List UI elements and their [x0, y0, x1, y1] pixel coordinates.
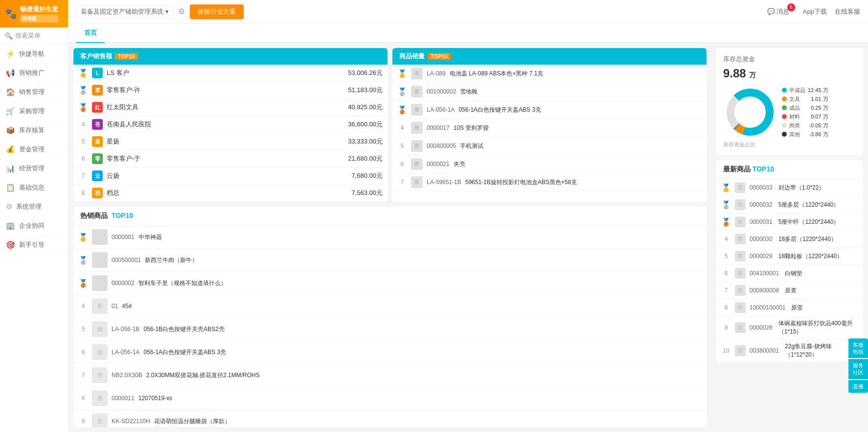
sidebar-label-9: 企业协同: [19, 221, 45, 230]
online-service-link[interactable]: 在线客服: [835, 7, 860, 16]
hot-name: 新西兰牛肉（新牛）: [145, 256, 702, 264]
legend-item: 文具 1.01 万: [782, 96, 828, 103]
customer-amount: 33,333.00元: [348, 137, 383, 146]
rank-num: 4: [721, 236, 731, 242]
sidebar-item-2[interactable]: 🏠销售管理: [0, 83, 68, 102]
table-row: 🥈 图 001000002 雪地靴: [392, 83, 707, 101]
name-badge: 红: [92, 102, 103, 113]
product-img: 图: [735, 251, 746, 262]
name-badge: 零: [92, 85, 103, 96]
new-code: 003800001: [750, 347, 779, 354]
inventory-sub-label: 库存资金占比: [723, 141, 856, 148]
sidebar-search[interactable]: 🔍 搜索菜单: [0, 27, 68, 45]
product-img: 图: [735, 302, 746, 313]
sidebar-icon-8: ⚙: [6, 202, 12, 211]
sidebar-item-6[interactable]: 📊经营管理: [0, 159, 68, 178]
app-download-link[interactable]: App下载: [803, 7, 827, 16]
name-badge: 星: [92, 136, 103, 147]
table-row: 8 档 档总 7,563.00元: [73, 185, 388, 202]
product-img: 图: [411, 176, 423, 188]
product-img: 图: [411, 158, 423, 170]
legend-dot: [782, 114, 787, 119]
new-name: 封边带（1.0*22）: [778, 184, 858, 192]
system-selector[interactable]: 装备及固定资产辅助管理系统 ▾: [76, 5, 173, 19]
name-badge: 零: [92, 153, 103, 164]
legend-item: 成品 0.25 万: [782, 104, 828, 112]
new-code: 0000028: [750, 324, 773, 331]
sidebar-item-9[interactable]: 🏢企业协同: [0, 216, 68, 236]
trial-button[interactable]: 体验行业方案: [190, 4, 244, 19]
product-panel: 商品销量TOP10 🥇 图 LA-089 电池盖 LA-089 ABS本色+黑种…: [392, 48, 707, 202]
product-thumbnail: [92, 275, 108, 291]
hot-products-title: 热销商品 TOP10: [80, 212, 133, 219]
medal-icon: 🥉: [78, 279, 88, 288]
message-icon-area[interactable]: 💬 消息 6: [767, 7, 795, 16]
new-name: 22g鱼豆腐-烧烤味（1*12*20）: [785, 342, 858, 359]
sidebar-item-4[interactable]: 📦库存核算: [0, 121, 68, 140]
hot-name: 12070519-xs: [138, 395, 702, 402]
sidebar-label-8: 系统管理: [16, 202, 42, 211]
sidebar-item-8[interactable]: ⚙系统管理: [0, 197, 68, 216]
new-name: 5厘多层（1220*2440）: [778, 201, 858, 209]
center-area: 客户销售额TOP10 🥇 L LS 客户 53,006.26元🥈 零 零售客户-…: [69, 43, 711, 432]
sidebar-item-0[interactable]: ⚡快捷导航: [0, 45, 68, 64]
rank-num: 6: [721, 270, 731, 277]
legend-value: -0.05 万: [809, 122, 828, 129]
legend-value: 0.07 万: [811, 113, 828, 120]
list-item: 6 图 004100001 白钢垫: [716, 265, 863, 282]
sidebar-item-5[interactable]: 💰资金管理: [0, 140, 68, 159]
hot-code: 01: [112, 303, 118, 310]
tab-home[interactable]: 首页: [76, 24, 105, 43]
rank-num: 4: [397, 124, 407, 131]
product-img: 图: [411, 68, 423, 79]
sidebar-icon-5: 💰: [6, 145, 15, 154]
product-name: 手机测试: [460, 142, 702, 150]
hot-name: 056-1A白色按键开关盖ABS 3壳: [143, 348, 702, 357]
medal-icon: 🥇: [78, 233, 88, 242]
medal-icon: 🥇: [397, 69, 407, 78]
legend-label: 半成品: [789, 87, 805, 94]
customer-service-btn[interactable]: 客服热线: [848, 338, 868, 359]
search-icon: 🔍: [5, 32, 13, 40]
legend-dot: [782, 132, 787, 137]
product-img: 图: [411, 122, 423, 134]
hot-code: LA-056-1B: [112, 326, 139, 333]
name-badge: 苍: [92, 119, 103, 130]
hot-products-panel: 热销商品 TOP10 🥇 0000001 中华神器🥈 000500001 新西兰…: [73, 207, 707, 427]
product-name: 056-1A白色按键开关盖ABS 3克: [458, 106, 702, 114]
settings-icon[interactable]: ⚙: [178, 7, 185, 16]
hot-name: 45#: [122, 303, 702, 310]
new-code: 0000031: [750, 218, 773, 225]
list-item: 9图 KK-SD22110H 花语萌恒温分腿睡袋（厚款）: [73, 410, 707, 427]
sidebar-item-3[interactable]: 🛒采购管理: [0, 102, 68, 121]
list-item: 🥈 图 0000032 5厘多层（1220*2440）: [716, 196, 863, 214]
sidebar-item-7[interactable]: 📋基础信息: [0, 178, 68, 197]
medal-icon: 🥈: [397, 87, 407, 96]
customer-panel: 客户销售额TOP10 🥇 L LS 客户 53,006.26元🥈 零 零售客户-…: [73, 48, 388, 202]
list-item: 🥉 图 0000031 5厘中纤（1220*2440）: [716, 214, 863, 231]
nav-tab-bar: 首页: [69, 24, 868, 43]
new-name: 原堂: [791, 304, 858, 312]
service-community-btn[interactable]: 服务社区: [848, 359, 868, 379]
rank-num: 7: [397, 179, 407, 186]
rank-num: 8: [721, 304, 731, 311]
table-row: 4 苍 苍南县人民医院 36,600.00元: [73, 116, 388, 133]
live-btn[interactable]: 直播: [848, 380, 868, 393]
table-row: 🥉 红 红太阳文具 40,925.00元: [73, 99, 388, 116]
hot-code: 000500001: [112, 257, 141, 264]
list-item: 🥈 000500001 新西兰牛肉（新牛）: [73, 249, 707, 272]
table-row: 5 图 000800005 手机测试: [392, 137, 707, 155]
new-code: 004100001: [750, 270, 779, 277]
legend-label: 文具: [789, 96, 808, 103]
app-edition: 标准版: [20, 15, 58, 23]
sidebar-item-1[interactable]: 📢营销推广: [0, 64, 68, 83]
hot-name: 2.0X30MM双搓花轴.搓花直径2.1MM/ROHS: [146, 371, 702, 380]
list-item: 8图 0000011 12070519-xs: [73, 387, 707, 410]
customer-name: 档总: [107, 189, 347, 197]
sidebar-item-10[interactable]: 🎯新手引导: [0, 236, 68, 255]
hot-code: KK-SD22110H: [112, 418, 150, 425]
hot-code: 0000002: [112, 280, 135, 287]
chevron-down-icon: ▾: [165, 8, 169, 15]
product-code: LA-59651-1B: [427, 179, 461, 186]
legend-dot: [782, 123, 787, 128]
